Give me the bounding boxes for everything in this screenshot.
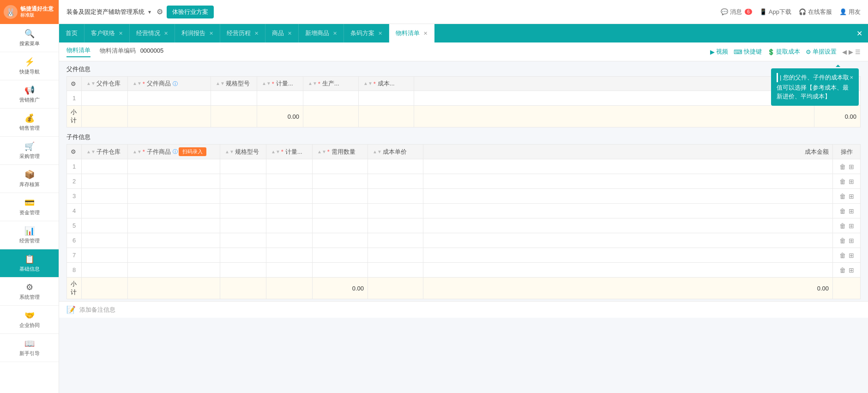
tooltip-close-btn[interactable]: ×: [850, 73, 853, 82]
online-service-item[interactable]: 🎧 在线客服: [799, 8, 832, 16]
gear-icon[interactable]: ⚙: [157, 7, 163, 16]
child-unit-cell[interactable]: [266, 263, 313, 278]
copy-icon[interactable]: ⊞: [849, 222, 854, 230]
child-product-cell[interactable]: [128, 189, 220, 204]
close-tab-icon[interactable]: ✕: [288, 30, 292, 36]
child-spec-cell[interactable]: [220, 204, 266, 218]
child-unit-cell[interactable]: [266, 189, 313, 204]
child-warehouse-cell[interactable]: [82, 159, 128, 174]
delete-icon[interactable]: 🗑: [839, 163, 846, 170]
delete-icon[interactable]: 🗑: [839, 207, 846, 215]
copy-icon[interactable]: ⊞: [849, 252, 854, 259]
child-qty-cell[interactable]: [313, 174, 368, 189]
th-settings[interactable]: ⚙: [67, 77, 82, 91]
close-tab-icon[interactable]: ✕: [164, 30, 168, 36]
parent-product-cell[interactable]: [128, 91, 211, 106]
child-unit-cell[interactable]: [266, 233, 313, 248]
sidebar-item-system[interactable]: ⚙系统管理: [0, 278, 59, 306]
sidebar-item-inventory[interactable]: 📦库存核算: [0, 165, 59, 193]
close-tab-icon[interactable]: ✕: [119, 30, 123, 36]
sidebar-item-operations[interactable]: 📊经营管理: [0, 221, 59, 249]
nav-tab-利润报告[interactable]: 利润报告✕: [175, 24, 220, 42]
system-dropdown[interactable]: ▾: [148, 9, 151, 15]
child-product-cell[interactable]: [128, 263, 220, 278]
child-spec-cell[interactable]: [220, 218, 266, 233]
child-qty-cell[interactable]: [313, 248, 368, 263]
child-spec-cell[interactable]: [220, 233, 266, 248]
child-spec-cell[interactable]: [220, 263, 266, 278]
extract-cost-action[interactable]: 💲 提取成本: [767, 48, 800, 56]
sub-tab-bill-of-materials[interactable]: 物料清单: [66, 46, 90, 57]
child-spec-cell[interactable]: [220, 189, 266, 204]
delete-icon[interactable]: 🗑: [839, 237, 846, 244]
copy-icon[interactable]: ⊞: [849, 237, 854, 244]
sidebar-item-basic-info[interactable]: 📋基础信息: [0, 249, 59, 278]
sidebar-item-sales[interactable]: 💰销售管理: [0, 109, 59, 137]
child-product-cell[interactable]: [128, 248, 220, 263]
child-qty-cell[interactable]: [313, 204, 368, 218]
child-warehouse-cell[interactable]: [82, 174, 128, 189]
nav-tab-条码方案[interactable]: 条码方案✕: [344, 24, 389, 42]
child-unit-cost-cell[interactable]: [368, 159, 423, 174]
child-warehouse-cell[interactable]: [82, 218, 128, 233]
next-arrow[interactable]: ▶: [849, 48, 853, 55]
parent-cost-cell[interactable]: [359, 91, 414, 106]
copy-icon[interactable]: ⊞: [849, 193, 854, 200]
delete-icon[interactable]: 🗑: [839, 178, 846, 185]
parent-production-cell[interactable]: [303, 91, 359, 106]
nav-tab-物料清单[interactable]: 物料清单✕: [389, 24, 434, 42]
child-spec-cell[interactable]: [220, 174, 266, 189]
nav-tab-经营情况[interactable]: 经营情况✕: [130, 24, 175, 42]
parent-spec-cell[interactable]: [211, 91, 257, 106]
shortcut-action[interactable]: ⌨ 快捷键: [734, 48, 762, 56]
child-unit-cost-cell[interactable]: [368, 248, 423, 263]
child-warehouse-cell[interactable]: [82, 248, 128, 263]
parent-warehouse-cell[interactable]: [82, 91, 128, 106]
child-unit-cell[interactable]: [266, 248, 313, 263]
message-item[interactable]: 💬 消息 6: [721, 8, 752, 16]
child-unit-cost-cell[interactable]: [368, 189, 423, 204]
close-tab-icon[interactable]: ✕: [423, 30, 428, 36]
close-tab-icon[interactable]: ✕: [209, 30, 213, 36]
bottom-hint-text[interactable]: 添加备注信息: [79, 306, 115, 314]
child-spec-cell[interactable]: [220, 248, 266, 263]
delete-icon[interactable]: 🗑: [839, 222, 846, 230]
copy-icon[interactable]: ⊞: [849, 266, 854, 274]
close-all-tabs[interactable]: ✕: [851, 29, 868, 38]
child-unit-cell[interactable]: [266, 174, 313, 189]
sidebar-item-quick-nav[interactable]: ⚡快捷导航: [0, 52, 59, 80]
app-download-item[interactable]: 📱 App下载: [760, 8, 791, 16]
child-qty-cell[interactable]: [313, 159, 368, 174]
child-product-cell[interactable]: [128, 233, 220, 248]
sidebar-item-purchase[interactable]: 🛒采购管理: [0, 137, 59, 165]
child-qty-cell[interactable]: [313, 233, 368, 248]
close-tab-icon[interactable]: ✕: [333, 30, 337, 36]
nav-tab-商品[interactable]: 商品✕: [265, 24, 299, 42]
child-qty-cell[interactable]: [313, 189, 368, 204]
nav-tab-新增商品[interactable]: 新增商品✕: [299, 24, 344, 42]
child-product-cell[interactable]: [128, 218, 220, 233]
sidebar-item-marketing[interactable]: 📢营销推广: [0, 80, 59, 109]
scan-button[interactable]: 扫码录入: [179, 147, 206, 156]
copy-icon[interactable]: ⊞: [849, 163, 854, 170]
child-product-cell[interactable]: [128, 204, 220, 218]
child-unit-cost-cell[interactable]: [368, 218, 423, 233]
child-unit-cost-cell[interactable]: [368, 233, 423, 248]
sidebar-item-finance[interactable]: 💳资金管理: [0, 193, 59, 221]
close-tab-icon[interactable]: ✕: [378, 30, 382, 36]
child-unit-cost-cell[interactable]: [368, 263, 423, 278]
child-unit-cell[interactable]: [266, 159, 313, 174]
delete-icon[interactable]: 🗑: [839, 266, 846, 274]
child-spec-cell[interactable]: [220, 159, 266, 174]
child-th-settings[interactable]: ⚙: [67, 145, 82, 159]
child-warehouse-cell[interactable]: [82, 204, 128, 218]
sidebar-item-search[interactable]: 🔍搜索菜单: [0, 24, 59, 52]
nav-tab-首页[interactable]: 首页: [59, 24, 84, 42]
sidebar-item-guide[interactable]: 📖新手引导: [0, 334, 59, 362]
parent-unit-cell[interactable]: [257, 91, 303, 106]
delete-icon[interactable]: 🗑: [839, 252, 846, 259]
child-qty-cell[interactable]: [313, 218, 368, 233]
child-unit-cell[interactable]: [266, 204, 313, 218]
single-settings-action[interactable]: ⚙ 单据设置: [806, 48, 837, 56]
child-qty-cell[interactable]: [313, 263, 368, 278]
